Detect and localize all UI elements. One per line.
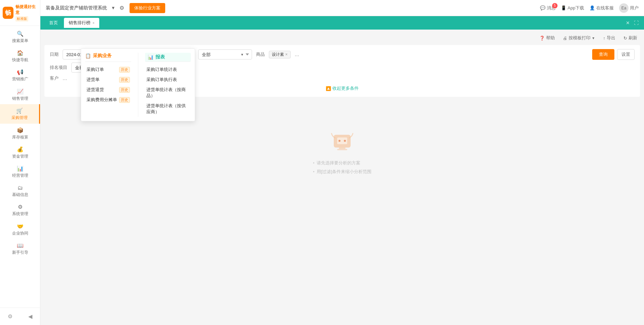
main-area: 装备及固定资产辅助管理系统 ▼ ⚙ 体验行业方案 💬 消息 5 📱 App下载 … — [40, 0, 644, 325]
sidebar-item-operations[interactable]: 📊 经营管理 — [0, 162, 40, 181]
sales-icon: 📈 — [17, 88, 24, 95]
sidebar-item-basic-info[interactable]: 🗂 基础信息 — [0, 181, 40, 200]
report-col-header: 📊 报表 — [145, 53, 191, 62]
basic-info-icon: 🗂 — [17, 185, 23, 191]
purchase-col-icon: 📋 — [85, 53, 91, 58]
customer-label: 客户 — [50, 75, 59, 81]
purchase-expense-history-badge: 历史 — [119, 97, 130, 103]
export-icon: ↑ — [603, 36, 606, 41]
doc-status-group: 全部 已审核 未审核 作废 ▼ — [198, 49, 252, 59]
marketing-icon: 📢 — [17, 69, 24, 75]
sidebar-item-inventory[interactable]: 📦 库存核算 — [0, 124, 40, 143]
empty-illustration — [325, 126, 359, 153]
incoming-order-item[interactable]: 进货单 历史 — [85, 75, 131, 85]
doc-status-select[interactable]: 全部 已审核 未审核 作废 — [198, 49, 252, 59]
export-btn[interactable]: ↑ 导出 — [601, 34, 618, 42]
finance-icon: 💰 — [17, 146, 24, 153]
filter-toolbar: ❓ 帮助 🖨 按模板打印 ▼ ↑ 导出 ↻ 刷新 — [44, 34, 640, 42]
purchase-dropdown-menu: 📋 采购业务 采购订单 历史 进货单 历史 进货退货 历史 — [81, 48, 195, 121]
sidebar-item-marketing[interactable]: 📢 营销推广 — [0, 66, 40, 85]
purchase-order-stats-item[interactable]: 采购订单统计表 — [145, 65, 191, 75]
operations-icon: 📊 — [17, 165, 24, 172]
return-goods-item[interactable]: 进货退货 历史 — [85, 85, 131, 95]
enterprise-icon: 🤝 — [17, 223, 24, 230]
guide-icon: 📖 — [17, 242, 24, 249]
purchase-icon: 🛒 — [16, 108, 23, 114]
header: 装备及固定资产辅助管理系统 ▼ ⚙ 体验行业方案 💬 消息 5 📱 App下载 … — [40, 0, 644, 16]
filter-settings-btn[interactable]: 设置 — [617, 49, 635, 60]
purchase-order-history-badge: 历史 — [119, 67, 130, 73]
tab-home[interactable]: 首页 — [44, 18, 63, 28]
help-icon: ❓ — [539, 36, 545, 41]
filter-actions-right: 查询 设置 — [592, 49, 635, 60]
dropdown-divider — [138, 53, 138, 117]
rank-label: 排名项目 — [50, 65, 67, 71]
purchase-col-header: 📋 采购业务 — [85, 53, 131, 62]
header-settings-icon[interactable]: ⚙ — [119, 5, 124, 11]
customer-ellipsis-btn[interactable]: ... — [63, 75, 67, 81]
sidebar-collapse-btn[interactable]: ◀ — [27, 312, 34, 321]
empty-hint-2: 用[过滤]条件来缩小分析范围 — [313, 167, 371, 176]
goods-ellipsis-btn[interactable]: ... — [295, 51, 299, 57]
sidebar-item-enterprise[interactable]: 🤝 企业协同 — [0, 220, 40, 239]
online-service-btn[interactable]: 👤 在线客服 — [589, 5, 614, 11]
refresh-icon: ↻ — [623, 36, 627, 41]
search-icon: 🔍 — [17, 31, 24, 37]
empty-text-list: 请先选择要分析的方案 用[过滤]条件来缩小分析范围 — [313, 159, 371, 176]
incoming-order-history-badge: 历史 — [119, 77, 130, 83]
return-goods-history-badge: 历史 — [119, 87, 130, 93]
purchase-order-exec-item[interactable]: 采购订单执行表 — [145, 75, 191, 85]
purchase-order-item[interactable]: 采购订单 历史 — [85, 65, 131, 75]
print-btn[interactable]: 🖨 按模板打印 ▼ — [560, 34, 598, 42]
user-avatar: Ea — [619, 3, 629, 13]
logo-icon: 畅 — [3, 7, 13, 19]
mobile-icon: 📱 — [561, 5, 566, 10]
industry-btn[interactable]: 体验行业方案 — [130, 3, 165, 13]
sidebar: 畅 畅捷通好生意 标准版 🔍 搜索菜单 🏠 快捷导航 📢 营销推广 📈 — [0, 0, 40, 325]
purchase-expense-item[interactable]: 采购费用分摊单 历史 — [85, 95, 131, 105]
goods-label: 商品 — [256, 51, 265, 57]
system-dropdown[interactable]: ▼ — [111, 5, 115, 10]
sidebar-item-purchase[interactable]: 🛒 采购管理 — [0, 104, 40, 123]
header-right: 💬 消息 5 📱 App下载 👤 在线客服 Ea 用户 — [540, 3, 639, 13]
date-label: 日期 — [50, 51, 59, 57]
message-icon: 💬 — [540, 5, 545, 10]
incoming-stats-supplier-item[interactable]: 进货单统计表（按供应商） — [145, 101, 191, 117]
collapse-btn[interactable]: 🔼 收起更多条件 — [326, 85, 359, 91]
refresh-btn[interactable]: ↻ 刷新 — [621, 34, 640, 42]
print-icon: 🖨 — [563, 36, 567, 41]
tab-close-btn[interactable]: × — [93, 21, 95, 25]
sidebar-item-search[interactable]: 🔍 搜索菜单 — [0, 27, 40, 46]
tab-maximize-icon[interactable]: ⛶ — [633, 19, 640, 27]
incoming-stats-goods-item[interactable]: 进货单统计表（按商品） — [145, 85, 191, 101]
sidebar-item-finance[interactable]: 💰 资金管理 — [0, 143, 40, 162]
message-btn[interactable]: 💬 消息 5 — [540, 5, 556, 11]
goods-tag: 设计素 × — [269, 51, 291, 58]
svg-rect-5 — [337, 149, 347, 150]
svg-point-2 — [338, 140, 341, 142]
sidebar-item-sales[interactable]: 📈 销售管理 — [0, 85, 40, 104]
sidebar-logo: 畅 畅捷通好生意 标准版 — [0, 0, 40, 26]
tab-sales-ranking[interactable]: 销售排行榜 × — [64, 18, 99, 28]
notification-badge: 5 — [552, 3, 558, 8]
user-menu-btn[interactable]: Ea 用户 — [619, 3, 639, 13]
inventory-icon: 📦 — [17, 127, 24, 133]
logo-text: 畅捷通好生意 标准版 — [15, 4, 37, 22]
system-icon: ⚙ — [18, 204, 23, 210]
purchase-col: 📋 采购业务 采购订单 历史 进货单 历史 进货退货 历史 — [85, 53, 131, 117]
app-download-btn[interactable]: 📱 App下载 — [561, 5, 584, 11]
search-btn[interactable]: 查询 — [592, 49, 614, 60]
goods-tag-remove-btn[interactable]: × — [285, 52, 288, 57]
sidebar-settings-btn[interactable]: ⚙ — [6, 312, 14, 321]
sidebar-item-system[interactable]: ⚙ 系统管理 — [0, 200, 40, 219]
report-col: 📊 报表 采购订单统计表 采购订单执行表 进货单统计表（按商品） 进货单统计表（… — [145, 53, 191, 117]
report-col-icon: 📊 — [148, 54, 153, 60]
home-icon: 🏠 — [17, 50, 24, 56]
sidebar-item-quick-nav[interactable]: 🏠 快捷导航 — [0, 46, 40, 66]
svg-point-3 — [344, 140, 346, 142]
help-btn[interactable]: ❓ 帮助 — [537, 34, 558, 42]
service-icon: 👤 — [589, 5, 595, 10]
sidebar-item-guide[interactable]: 📖 新手引导 — [0, 239, 40, 258]
tabs-bar: 首页 销售排行榜 × ✕ ⛶ — [40, 16, 644, 30]
tab-close-window-icon[interactable]: ✕ — [624, 19, 631, 27]
